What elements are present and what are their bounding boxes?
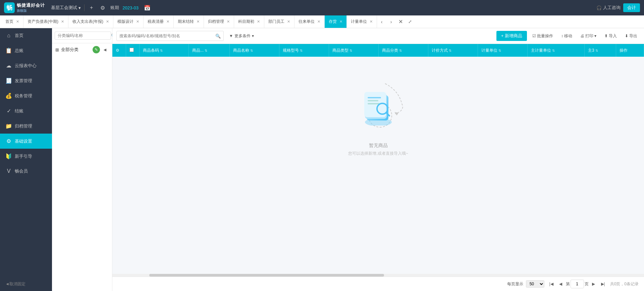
- guide-icon: 🔰: [5, 153, 12, 159]
- sidebar-item-archive[interactable]: 📁 归档管理: [0, 118, 52, 134]
- tab-close-department[interactable]: ✕: [287, 19, 290, 24]
- name-col-header[interactable]: 商品名称⇅: [230, 44, 279, 57]
- calendar-icon[interactable]: 📅: [142, 3, 153, 12]
- sidebar-item-invoice[interactable]: 🧾 发票管理: [0, 73, 52, 88]
- sidebar-item-basic[interactable]: ⚙ 基础设置: [0, 134, 52, 149]
- export-icon: ⬇: [625, 34, 628, 38]
- filter-btn[interactable]: ▼ 更多条件 ▾: [226, 32, 257, 40]
- select-all-checkbox[interactable]: [129, 48, 134, 52]
- tab-next-btn[interactable]: ›: [386, 15, 396, 28]
- sidebar-item-cloud[interactable]: ☁ 云报表中心: [0, 58, 52, 73]
- tab-prev-btn[interactable]: ‹: [377, 15, 386, 28]
- tab-close-archive[interactable]: ✕: [227, 19, 230, 24]
- help-button[interactable]: 🎧 人工咨询: [596, 5, 621, 11]
- category-edit-btn[interactable]: ✎: [93, 46, 100, 53]
- sidebar-item-guide[interactable]: 🔰 新手引导: [0, 149, 52, 164]
- price-method-col-header[interactable]: 计价方式⇅: [428, 44, 478, 57]
- tab-close-period[interactable]: ✕: [197, 19, 200, 24]
- tab-close-balance[interactable]: ✕: [61, 19, 64, 24]
- type-col-header[interactable]: 商品类型⇅: [329, 44, 379, 57]
- category-all-header[interactable]: ⊞ 全部分类 ✎ ◄: [52, 43, 112, 56]
- tab-archive[interactable]: 归档管理 ✕: [204, 15, 234, 28]
- tab-subject-init[interactable]: 科目期初 ✕: [234, 15, 264, 28]
- main-unit-col-header[interactable]: 主计量单位⇅: [527, 44, 584, 57]
- tab-homepage[interactable]: 首页 ✕: [1, 15, 23, 28]
- last-page-btn[interactable]: ▶|: [599, 280, 607, 288]
- tab-template[interactable]: 模版设计 ✕: [113, 15, 144, 28]
- tab-close-all-btn[interactable]: ✕: [396, 15, 405, 28]
- settings-col-header[interactable]: ⚙: [112, 44, 126, 57]
- tab-balance-sheet[interactable]: 资产负债表(中期) ✕: [23, 15, 68, 28]
- search-icon: 🔍: [215, 34, 221, 39]
- print-icon: 🖨: [580, 34, 584, 38]
- tab-close-homepage[interactable]: ✕: [16, 19, 19, 24]
- category-search-input[interactable]: [55, 32, 111, 40]
- tab-income[interactable]: 收入支出表(年报) ✕: [68, 15, 113, 28]
- content-area: 🔍 ⊞ 全部分类 ✎ ◄ 🔍: [52, 28, 644, 291]
- col3-header[interactable]: 主3⇅: [584, 44, 616, 57]
- category-col-header[interactable]: 商品分类⇅: [379, 44, 428, 57]
- archive-icon: 📁: [5, 123, 12, 129]
- move-icon: ↕: [561, 34, 563, 38]
- company-selector[interactable]: 基层工会测试 ▾: [51, 5, 81, 11]
- tab-close-template[interactable]: ✕: [136, 19, 139, 24]
- filter-icon: ▼: [229, 34, 233, 38]
- category-collapse-btn[interactable]: ◄: [101, 46, 109, 53]
- code-col-header[interactable]: 商品...⇅: [189, 44, 230, 57]
- empty-state: 暂无商品 您可以选择新增,或者直接导入哦~: [112, 57, 644, 177]
- print-btn[interactable]: 🖨 打印 ▾: [578, 32, 599, 40]
- spec-col-header[interactable]: 规格型号⇅: [279, 44, 329, 57]
- prev-page-btn[interactable]: ◀: [556, 280, 565, 288]
- batch-operation-btn[interactable]: ☑ 批量操作: [530, 32, 556, 40]
- tab-tax-table[interactable]: 税表清册 ✕: [144, 15, 174, 28]
- tab-department[interactable]: 部门员工 ✕: [264, 15, 294, 28]
- per-page-select[interactable]: 50 20 100: [526, 280, 544, 288]
- empty-title: 暂无商品: [369, 143, 388, 149]
- horizontal-scrollbar[interactable]: [112, 274, 644, 277]
- svg-rect-5: [364, 92, 386, 117]
- account-button[interactable]: 会计: [623, 3, 640, 12]
- sidebar-item-closing[interactable]: ✓ 结账: [0, 103, 52, 118]
- sidebar-item-member[interactable]: V 畅会员: [0, 164, 52, 179]
- top-right: 🎧 人工咨询 会计: [596, 3, 640, 12]
- sidebar-label-basic: 基础设置: [15, 138, 32, 144]
- settings-icon[interactable]: ⚙: [98, 3, 107, 12]
- tab-period-close[interactable]: 期末结转 ✕: [174, 15, 204, 28]
- sidebar-pin-toggle[interactable]: ◄取消固定: [0, 277, 52, 291]
- export-btn[interactable]: ⬇ 导出: [622, 32, 640, 40]
- move-btn[interactable]: ↕ 移动: [558, 32, 575, 40]
- add-tab-btn[interactable]: +: [88, 3, 95, 12]
- page-number-input[interactable]: [571, 280, 584, 288]
- add-product-btn[interactable]: + 新增商品: [496, 31, 527, 41]
- tab-close-income[interactable]: ✕: [106, 19, 109, 24]
- tab-bar: 首页 ✕ 资产负债表(中期) ✕ 收入支出表(年报) ✕ 模版设计 ✕ 税表清册…: [0, 15, 644, 28]
- product-search-input[interactable]: [119, 34, 214, 38]
- tab-close-tax[interactable]: ✕: [166, 19, 169, 24]
- import-btn[interactable]: ⬆ 导入: [602, 32, 620, 40]
- empty-illustration: [345, 77, 412, 137]
- barcode-col-header[interactable]: 商品条码⇅: [139, 44, 189, 57]
- import-icon: ⬆: [604, 34, 608, 38]
- tab-close-unit[interactable]: ✕: [370, 19, 373, 24]
- tab-close-inventory[interactable]: ✕: [339, 19, 342, 24]
- main-layout: ⌂ 首页 📋 总账 ☁ 云报表中心 🧾 发票管理 💰 税务管理 ✓ 结账 📁 归…: [0, 28, 644, 291]
- scrollbar-thumb[interactable]: [149, 274, 384, 277]
- unit-col-header[interactable]: 计量单位⇅: [478, 44, 527, 57]
- tab-contact[interactable]: 往来单位 ✕: [294, 15, 325, 28]
- sidebar: ⌂ 首页 📋 总账 ☁ 云报表中心 🧾 发票管理 💰 税务管理 ✓ 结账 📁 归…: [0, 28, 52, 291]
- tab-close-contact[interactable]: ✕: [317, 19, 320, 24]
- checkbox-col-header[interactable]: [126, 44, 139, 57]
- page-navigation: |◀ ◀ 第 页 ▶ ▶|: [547, 280, 607, 288]
- sidebar-item-ledger[interactable]: 📋 总账: [0, 43, 52, 58]
- tab-inventory[interactable]: 存货 ✕: [325, 15, 347, 28]
- tab-close-subject[interactable]: ✕: [257, 19, 260, 24]
- sidebar-item-home[interactable]: ⌂ 首页: [0, 28, 52, 43]
- sidebar-label-ledger: 总账: [15, 48, 23, 54]
- sidebar-item-tax[interactable]: 💰 税务管理: [0, 88, 52, 103]
- logo-icon: 畅: [4, 2, 15, 13]
- first-page-btn[interactable]: |◀: [547, 280, 556, 288]
- tab-unit[interactable]: 计量单位 ✕: [347, 15, 377, 28]
- next-page-btn[interactable]: ▶: [589, 280, 598, 288]
- tab-expand-btn[interactable]: ⤢: [405, 15, 415, 28]
- logo-text: 畅捷通好会计 旗舰版: [17, 2, 45, 13]
